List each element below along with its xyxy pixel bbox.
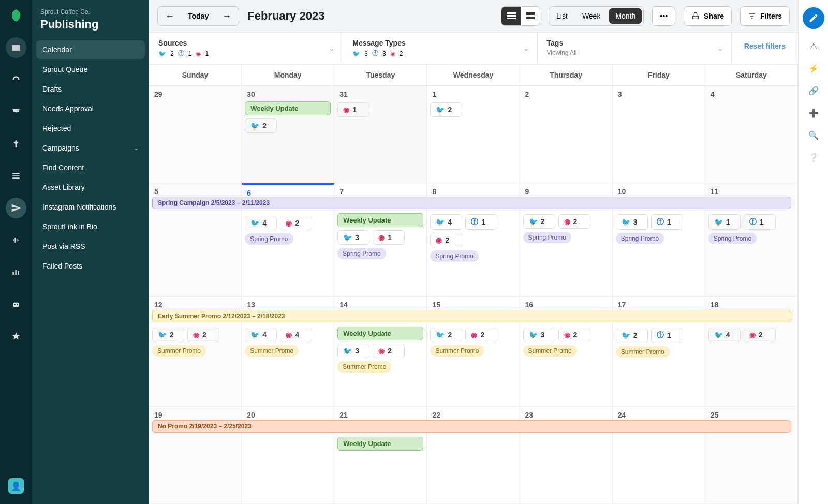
day-cell[interactable]: 19No Promo 2/19/2023 – 2/25/2023	[149, 407, 242, 504]
day-cell[interactable]: 29	[149, 86, 242, 183]
view-week[interactable]: Week	[575, 7, 608, 25]
day-cell[interactable]: 3	[613, 86, 705, 183]
post-count-pill[interactable]: 🐦1	[708, 214, 741, 230]
today-button[interactable]: Today	[182, 7, 215, 25]
post-count-pill[interactable]: ◉2	[744, 328, 776, 342]
promo-tag[interactable]: Summer Promo	[430, 345, 484, 357]
filters-button[interactable]: Filters	[740, 6, 790, 26]
view-list[interactable]: List	[549, 7, 575, 25]
post-count-pill[interactable]: ◉2	[373, 344, 405, 358]
sidebar-item-failed-posts[interactable]: Failed Posts	[36, 257, 145, 275]
rail-star-icon[interactable]	[6, 326, 26, 347]
compose-button[interactable]	[803, 7, 824, 29]
post-count-pill[interactable]: ◉2	[430, 233, 462, 247]
campaign-banner[interactable]: No Promo 2/19/2023 – 2/25/2023	[152, 420, 791, 433]
post-count-pill[interactable]: ◉2	[558, 214, 590, 229]
post-count-pill[interactable]: 🐦4	[245, 328, 277, 342]
post-count-pill[interactable]: ◉1	[337, 102, 369, 117]
post-count-pill[interactable]: 🐦3	[337, 344, 369, 358]
day-cell[interactable]: 31◉1	[334, 86, 427, 183]
promo-tag[interactable]: Spring Promo	[245, 233, 293, 245]
link-icon[interactable]: 🔗	[808, 86, 819, 96]
promo-tag[interactable]: Summer Promo	[152, 345, 206, 357]
post-count-pill[interactable]: 🐦3	[337, 230, 369, 245]
post-count-pill[interactable]: ◉2	[187, 328, 219, 342]
post-count-pill[interactable]: ◉2	[280, 216, 312, 230]
post-count-pill[interactable]: ◉4	[280, 328, 312, 342]
rail-pin-icon[interactable]	[6, 134, 26, 154]
sidebar-item-calendar[interactable]: Calendar	[36, 40, 145, 59]
share-button[interactable]: Share	[684, 6, 732, 26]
promo-tag[interactable]: Spring Promo	[523, 232, 571, 243]
weekly-update-tag[interactable]: Weekly Update	[337, 327, 423, 340]
promo-tag[interactable]: Summer Promo	[337, 361, 391, 373]
post-count-pill[interactable]: ⓕ1	[651, 214, 683, 230]
promo-tag[interactable]: Summer Promo	[245, 345, 299, 357]
post-count-pill[interactable]: 🐦4	[245, 216, 277, 230]
post-count-pill[interactable]: ⓕ1	[651, 328, 683, 343]
rail-send-icon[interactable]	[6, 198, 26, 218]
sidebar-item-needs-approval[interactable]: Needs Approval	[36, 99, 145, 118]
day-cell[interactable]: 2	[520, 86, 613, 183]
post-count-pill[interactable]: 🐦2	[430, 102, 462, 117]
sidebar-item-sprout-queue[interactable]: Sprout Queue	[36, 60, 145, 79]
post-count-pill[interactable]: ⓕ1	[465, 214, 497, 230]
sidebar-item-campaigns[interactable]: Campaigns⌄	[36, 139, 145, 157]
post-count-pill[interactable]: 🐦4	[708, 328, 741, 342]
weekly-update-tag[interactable]: Weekly Update	[245, 101, 331, 115]
post-count-pill[interactable]: 🐦2	[430, 328, 462, 342]
spark-icon[interactable]: ⚡	[808, 64, 819, 73]
prev-button[interactable]: ←	[158, 7, 182, 25]
weekly-update-tag[interactable]: Weekly Update	[337, 213, 423, 227]
day-cell[interactable]: 4	[705, 86, 798, 183]
post-count-pill[interactable]: ◉2	[558, 328, 590, 342]
weekly-update-tag[interactable]: Weekly Update	[337, 437, 423, 451]
post-count-pill[interactable]: 🐦4	[430, 214, 462, 230]
more-button[interactable]: •••	[652, 6, 675, 26]
sidebar-item-rejected[interactable]: Rejected	[36, 119, 145, 138]
next-button[interactable]: →	[215, 7, 239, 25]
user-avatar[interactable]: 👤	[8, 478, 24, 494]
logo-icon[interactable]	[6, 5, 26, 26]
rail-analytics-icon[interactable]	[6, 262, 26, 283]
day-cell[interactable]: 5Spring Campaign 2/5/2023 – 2/11/2023	[149, 183, 242, 297]
promo-tag[interactable]: Summer Promo	[523, 345, 577, 357]
day-cell[interactable]: 12Early Summer Promo 2/12/2023 – 2/18/20…	[149, 297, 242, 407]
filter-message-types[interactable]: Message Types 🐦3 ⓕ3 ◉2 ⌄	[343, 33, 537, 64]
sidebar-item-drafts[interactable]: Drafts	[36, 80, 145, 98]
help-icon[interactable]: ❔	[808, 153, 819, 162]
sidebar-item-find-content[interactable]: Find Content	[36, 158, 145, 177]
sidebar-item-instagram-notifications[interactable]: Instagram Notifications	[36, 198, 145, 216]
post-count-pill[interactable]: 🐦2	[616, 328, 648, 343]
sidebar-item-sproutlink-in-bio[interactable]: SproutLink in Bio	[36, 217, 145, 236]
layout-toggle[interactable]	[501, 6, 540, 26]
search-icon[interactable]: 🔍	[808, 130, 819, 140]
filter-tags[interactable]: Tags Viewing All ⌄	[538, 33, 732, 64]
rail-audio-icon[interactable]	[6, 230, 26, 250]
post-count-pill[interactable]: 🐦2	[523, 214, 555, 229]
post-count-pill[interactable]: 🐦3	[523, 328, 555, 342]
rail-list-icon[interactable]	[6, 166, 26, 186]
day-cell[interactable]: 1🐦2	[427, 86, 520, 183]
post-count-pill[interactable]: 🐦2	[152, 328, 184, 342]
rail-bot-icon[interactable]	[6, 294, 26, 315]
campaign-banner[interactable]: Early Summer Promo 2/12/2023 – 2/18/2023	[152, 310, 791, 322]
filter-sources[interactable]: Sources 🐦2 ⓕ1 ◉1 ⌄	[149, 33, 343, 64]
add-icon[interactable]: ➕	[808, 108, 819, 118]
promo-tag[interactable]: Spring Promo	[708, 233, 757, 244]
rail-publishing-icon[interactable]	[6, 37, 26, 58]
promo-tag[interactable]: Spring Promo	[616, 233, 664, 244]
rail-inbox-icon[interactable]	[6, 101, 26, 122]
post-count-pill[interactable]: ◉1	[373, 230, 405, 245]
post-count-pill[interactable]: 🐦2	[245, 118, 277, 133]
sidebar-item-post-via-rss[interactable]: Post via RSS	[36, 237, 145, 256]
post-count-pill[interactable]: ◉2	[465, 328, 497, 342]
promo-tag[interactable]: Spring Promo	[430, 250, 478, 262]
campaign-banner[interactable]: Spring Campaign 2/5/2023 – 2/11/2023	[152, 197, 791, 209]
reset-filters[interactable]: Reset filters	[732, 33, 798, 64]
rail-dashboard-icon[interactable]	[6, 69, 26, 90]
promo-tag[interactable]: Summer Promo	[616, 346, 670, 358]
post-count-pill[interactable]: ⓕ1	[744, 214, 776, 230]
alert-icon[interactable]: ⚠	[810, 41, 817, 51]
view-month[interactable]: Month	[609, 8, 642, 24]
